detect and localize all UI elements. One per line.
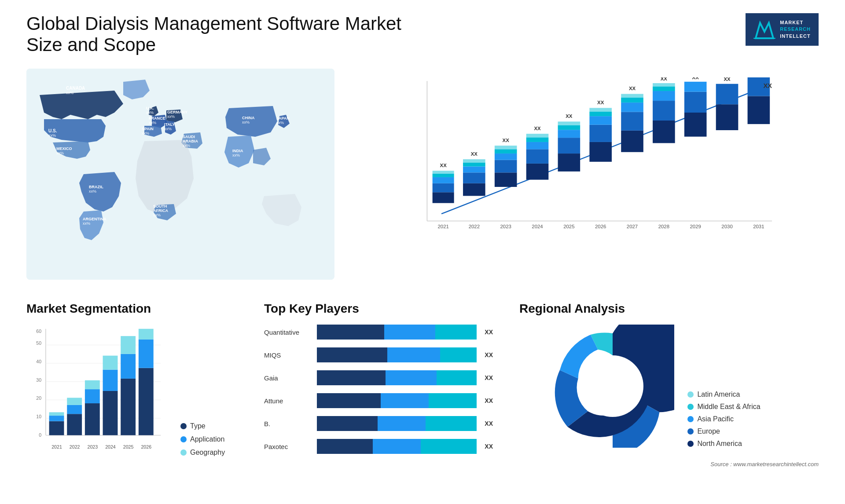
segmentation-legend: Type Application Geography xyxy=(176,422,225,457)
svg-text:BRAZIL: BRAZIL xyxy=(89,185,103,189)
bar-seg3 xyxy=(440,347,477,362)
svg-rect-41 xyxy=(433,174,454,177)
player-bar xyxy=(317,325,477,340)
player-name: Gaia xyxy=(264,374,312,382)
type-dot xyxy=(180,423,187,429)
svg-text:xx%: xx% xyxy=(66,91,73,95)
bar-chart-area: XX 2021 XX 2022 XX 2023 xyxy=(352,69,819,280)
svg-text:2021: 2021 xyxy=(437,224,448,229)
europe-dot xyxy=(687,428,694,435)
svg-text:2021: 2021 xyxy=(51,444,62,449)
svg-text:2023: 2023 xyxy=(500,224,511,229)
svg-rect-54 xyxy=(495,153,517,160)
bar-seg1 xyxy=(317,325,384,340)
seg-chart-container: 0 10 20 30 40 50 60 xyxy=(26,325,246,457)
svg-text:xx%: xx% xyxy=(83,221,90,226)
svg-rect-70 xyxy=(558,121,580,125)
application-dot xyxy=(180,436,187,442)
svg-rect-76 xyxy=(589,112,612,117)
svg-text:xx%: xx% xyxy=(56,151,64,155)
player-name: MIQS xyxy=(264,351,312,359)
svg-text:SAUDI: SAUDI xyxy=(183,135,195,139)
player-xx: XX xyxy=(485,420,493,427)
legend-latin-america: Latin America xyxy=(687,391,760,398)
bar-seg2 xyxy=(373,439,421,454)
latin-america-dot xyxy=(687,391,694,398)
svg-text:XX: XX xyxy=(566,113,573,119)
svg-rect-89 xyxy=(653,91,675,101)
svg-text:2025: 2025 xyxy=(563,224,574,229)
svg-text:xx%: xx% xyxy=(167,114,175,119)
bar-seg2 xyxy=(387,347,440,362)
player-xx: XX xyxy=(485,329,493,336)
svg-text:INDIA: INDIA xyxy=(232,149,243,153)
svg-text:xx%: xx% xyxy=(149,121,156,125)
player-bar xyxy=(317,393,477,408)
svg-rect-67 xyxy=(558,138,580,153)
svg-text:xx%: xx% xyxy=(89,189,96,194)
logo-icon xyxy=(753,18,775,40)
map-area: CANADA xx% U.S. xx% MEXICO xx% BRAZIL xx… xyxy=(26,69,334,280)
svg-text:2026: 2026 xyxy=(141,444,151,449)
player-bar xyxy=(317,416,477,431)
player-bar xyxy=(317,347,477,362)
svg-text:SPAIN: SPAIN xyxy=(142,127,154,131)
world-map: CANADA xx% U.S. xx% MEXICO xx% BRAZIL xx… xyxy=(26,69,334,280)
svg-rect-91 xyxy=(653,83,675,86)
player-xx: XX xyxy=(485,374,493,381)
svg-text:ARGENTINA: ARGENTINA xyxy=(83,217,107,221)
regional-area: Regional Analysis xyxy=(511,302,819,467)
svg-text:2022: 2022 xyxy=(70,444,80,449)
player-name: Attune xyxy=(264,397,312,405)
player-row-miqs: MIQS XX xyxy=(264,347,493,362)
svg-rect-103 xyxy=(748,96,770,124)
svg-text:XX: XX xyxy=(661,77,668,81)
svg-text:60: 60 xyxy=(36,329,41,334)
svg-text:ITALY: ITALY xyxy=(164,122,175,127)
svg-rect-133 xyxy=(103,391,118,435)
svg-rect-61 xyxy=(526,142,549,149)
svg-text:xx%: xx% xyxy=(232,153,240,157)
legend-type: Type xyxy=(180,422,225,430)
svg-text:0: 0 xyxy=(39,432,41,438)
player-row-gaia: Gaia XX xyxy=(264,370,493,385)
svg-rect-90 xyxy=(653,86,675,91)
svg-rect-42 xyxy=(433,171,454,174)
bar-seg2 xyxy=(378,416,426,431)
svg-text:30: 30 xyxy=(36,377,41,383)
svg-rect-48 xyxy=(463,162,485,166)
segmentation-title: Market Segmentation xyxy=(26,302,246,316)
svg-rect-123 xyxy=(49,412,64,416)
svg-text:XX: XX xyxy=(534,126,541,131)
svg-text:10: 10 xyxy=(36,414,41,419)
legend-north-america: North America xyxy=(687,440,760,448)
svg-text:xx%: xx% xyxy=(276,121,284,125)
header: Global Dialysis Management Software Mark… xyxy=(26,13,819,55)
bar-seg3 xyxy=(429,393,477,408)
svg-rect-39 xyxy=(433,183,454,192)
svg-text:2027: 2027 xyxy=(627,224,638,229)
svg-rect-40 xyxy=(433,177,454,183)
svg-rect-45 xyxy=(463,183,485,196)
svg-text:XX: XX xyxy=(629,86,636,91)
bar-seg3 xyxy=(426,416,477,431)
bar-seg2 xyxy=(384,325,435,340)
svg-rect-77 xyxy=(589,108,612,111)
svg-point-145 xyxy=(582,355,643,417)
svg-text:2026: 2026 xyxy=(595,224,606,229)
svg-rect-131 xyxy=(85,380,100,389)
bar-seg2 xyxy=(386,370,437,385)
svg-rect-88 xyxy=(653,101,675,121)
player-xx: XX xyxy=(485,351,493,358)
svg-rect-127 xyxy=(67,398,82,405)
player-name: Quantitative xyxy=(264,329,312,336)
svg-rect-96 xyxy=(684,82,707,92)
svg-text:ARABIA: ARABIA xyxy=(183,139,198,143)
player-name: B. xyxy=(264,420,312,427)
svg-text:JAPAN: JAPAN xyxy=(276,116,290,121)
svg-rect-135 xyxy=(103,356,118,370)
legend-application: Application xyxy=(180,435,225,443)
svg-rect-69 xyxy=(558,125,580,130)
player-bar xyxy=(317,439,477,454)
player-xx: XX xyxy=(485,443,493,450)
